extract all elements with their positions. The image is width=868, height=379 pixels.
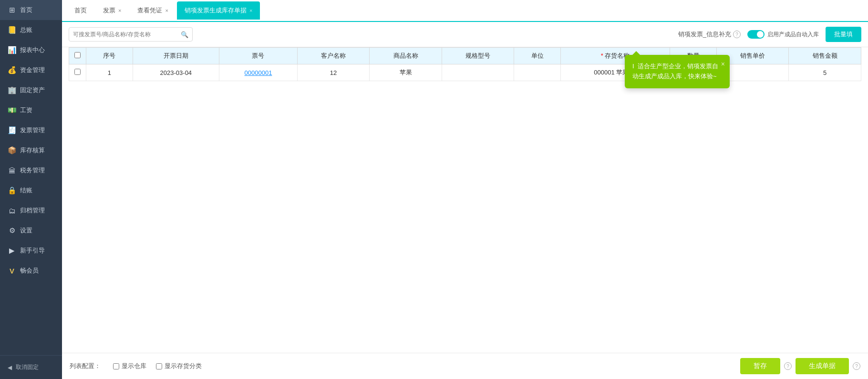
tab-bar: 首页 发票 × 查看凭证 × 销项发票生成库存单据 ×: [62, 0, 868, 22]
sidebar-label-home: 首页: [20, 6, 32, 14]
toggle-switch[interactable]: 启用产成品自动入库: [747, 30, 819, 39]
tab-cancel-invoice-close[interactable]: ×: [249, 8, 252, 13]
info-label: 销项发票_信息补充 ?: [678, 30, 741, 39]
tax-icon: 🏛: [8, 167, 16, 175]
payroll-icon: 💵: [8, 106, 16, 115]
tab-cancel-invoice[interactable]: 销项发票生成库存单据 ×: [177, 1, 260, 20]
header-product-name: 商品名称: [370, 48, 442, 64]
guide-icon: ▶: [8, 246, 16, 255]
bottom-actions: 暂存 ? 生成单据 ?: [740, 358, 860, 374]
search-box[interactable]: 🔍: [69, 27, 193, 42]
sidebar-label-funds: 资金管理: [20, 66, 45, 74]
sidebar-label-fixed-assets: 固定资产: [20, 86, 45, 95]
batch-fill-button[interactable]: 批量填: [826, 27, 861, 42]
sidebar-item-closing[interactable]: 🔒 结账: [0, 180, 62, 200]
toolbar: 🔍 销项发票_信息补充 ? 启用产成品自动入库 批量填: [62, 22, 868, 47]
list-config-label: 列表配置：: [70, 362, 101, 370]
sidebar-label-vip: 畅会员: [20, 266, 39, 275]
sidebar-item-payroll[interactable]: 💵 工资: [0, 100, 62, 120]
tab-view-voucher-close[interactable]: ×: [165, 8, 168, 13]
row-ticket-no[interactable]: 00000001: [219, 64, 298, 81]
fixed-assets-icon: 🏢: [8, 86, 16, 95]
main-table: 序号 开票日期 票号 客户名称 商品名称 规格型号 单位 * 存货名称 数量 销…: [69, 47, 861, 81]
row-amount: 5: [789, 64, 861, 81]
main-area: 首页 发票 × 查看凭证 × 销项发票生成库存单据 × 🔍 销项发票_信息补充 …: [62, 0, 868, 379]
row-seq: 1: [86, 64, 133, 81]
info-help-icon[interactable]: ?: [733, 31, 741, 38]
sidebar-item-general-ledger[interactable]: 📒 总账: [0, 20, 62, 40]
tab-home[interactable]: 首页: [67, 1, 94, 20]
tab-view-voucher-label: 查看凭证: [137, 6, 162, 15]
generate-button[interactable]: 生成单据: [796, 358, 849, 374]
sidebar-item-archive[interactable]: 🗂 归档管理: [0, 200, 62, 221]
header-amount: 销售金额: [789, 48, 861, 64]
header-ticket-no: 票号: [219, 48, 298, 64]
invoice-icon: 🧾: [8, 126, 16, 135]
show-category-option[interactable]: 显示存货分类: [156, 362, 202, 370]
show-category-label: 显示存货分类: [165, 362, 202, 370]
header-seq: 序号: [86, 48, 133, 64]
header-unit: 单位: [514, 48, 561, 64]
sidebar-item-invoice-mgmt[interactable]: 🧾 发票管理: [0, 120, 62, 140]
ledger-icon: 📒: [8, 26, 16, 34]
tooltip-close-button[interactable]: ×: [721, 59, 725, 69]
toolbar-right: 销项发票_信息补充 ? 启用产成品自动入库 批量填: [678, 27, 861, 42]
row-product-name: 苹果: [370, 64, 442, 81]
table-wrapper: 序号 开票日期 票号 客户名称 商品名称 规格型号 单位 * 存货名称 数量 销…: [62, 47, 868, 353]
header-date: 开票日期: [133, 48, 219, 64]
generate-help-icon[interactable]: ?: [853, 362, 860, 370]
sidebar-item-inventory[interactable]: 📦 库存核算: [0, 140, 62, 160]
sidebar-label-invoice-mgmt: 发票管理: [20, 126, 45, 135]
table-header-row: 序号 开票日期 票号 客户名称 商品名称 规格型号 单位 * 存货名称 数量 销…: [69, 48, 861, 64]
tooltip-popup: × I 适合生产型企业，销项发票自动生成产成品入库，快来体验~: [625, 55, 730, 88]
sidebar-label-payroll: 工资: [20, 106, 32, 115]
select-all-checkbox[interactable]: [74, 52, 81, 58]
show-category-checkbox[interactable]: [156, 363, 162, 369]
sidebar-item-fixed-assets[interactable]: 🏢 固定资产: [0, 80, 62, 100]
sidebar-label-inventory: 库存核算: [20, 146, 45, 155]
toggle-label: 启用产成品自动入库: [767, 31, 819, 39]
sidebar-item-guide[interactable]: ▶ 新手引导: [0, 241, 62, 261]
content-area: 🔍 销项发票_信息补充 ? 启用产成品自动入库 批量填: [62, 22, 868, 379]
row-checkbox[interactable]: [74, 69, 81, 75]
sidebar-item-tax[interactable]: 🏛 税务管理: [0, 160, 62, 180]
sidebar-label-general-ledger: 总账: [20, 26, 32, 34]
sidebar-label-archive: 归档管理: [20, 206, 45, 215]
row-model: [442, 64, 514, 81]
tab-view-voucher[interactable]: 查看凭证 ×: [130, 1, 176, 20]
home-icon: ⊞: [8, 6, 16, 14]
funds-icon: 💰: [8, 66, 16, 74]
toggle-thumb: [757, 31, 764, 38]
header-model: 规格型号: [442, 48, 514, 64]
bottom-bar: 列表配置： 显示仓库 显示存货分类 暂存 ? 生成单据 ?: [62, 353, 868, 379]
show-warehouse-option[interactable]: 显示仓库: [113, 362, 146, 370]
sidebar-item-vip[interactable]: V 畅会员: [0, 261, 62, 281]
header-customer: 客户名称: [297, 48, 370, 64]
tooltip-text: 适合生产型企业，销项发票自动生成产成品入库，快来体验~: [632, 63, 718, 80]
save-help-icon[interactable]: ?: [784, 362, 792, 370]
table-row: 1 2023-03-04 00000001 12 苹果 000001 苹果 个 …: [69, 64, 861, 81]
toggle-track[interactable]: [747, 30, 765, 39]
closing-icon: 🔒: [8, 186, 16, 195]
sidebar: ⊞ 首页 📒 总账 📊 报表中心 💰 资金管理 🏢 固定资产 💵 工资 🧾 发票…: [0, 0, 62, 379]
tab-invoice[interactable]: 发票 ×: [95, 1, 129, 20]
sidebar-item-funds[interactable]: 💰 资金管理: [0, 60, 62, 80]
row-checkbox-cell: [69, 64, 86, 81]
unpin-button[interactable]: ◀ 取消固定: [0, 359, 62, 375]
row-unit: [514, 64, 561, 81]
unpin-label: 取消固定: [16, 363, 39, 371]
sidebar-item-reports[interactable]: 📊 报表中心: [0, 40, 62, 60]
header-checkbox-cell: [69, 48, 86, 64]
sidebar-item-home[interactable]: ⊞ 首页: [0, 0, 62, 20]
sidebar-bottom: ◀ 取消固定: [0, 355, 62, 379]
tab-cancel-invoice-label: 销项发票生成库存单据: [185, 6, 247, 15]
search-input[interactable]: [73, 31, 181, 38]
save-button[interactable]: 暂存: [740, 358, 780, 374]
sidebar-label-tax: 税务管理: [20, 166, 45, 175]
inventory-icon: 📦: [8, 146, 16, 155]
info-label-text: 销项发票_信息补充: [678, 30, 731, 39]
tab-invoice-close[interactable]: ×: [118, 8, 121, 13]
show-warehouse-checkbox[interactable]: [113, 363, 119, 369]
sidebar-item-settings[interactable]: ⚙ 设置: [0, 221, 62, 241]
sidebar-label-settings: 设置: [20, 226, 32, 235]
